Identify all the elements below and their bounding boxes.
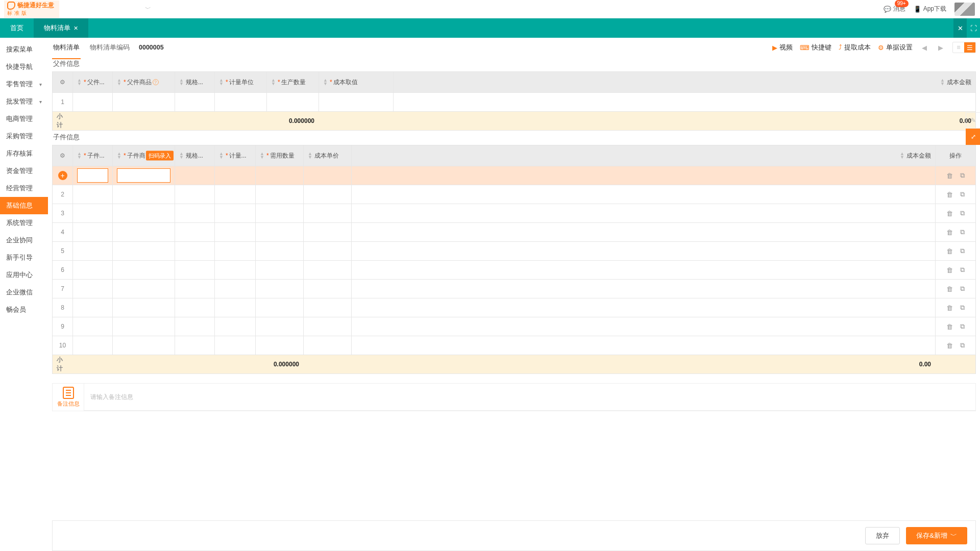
col-parent-spec[interactable]: ▲▼规格... bbox=[175, 72, 215, 92]
col-child-qty[interactable]: ▲▼*需用数量 bbox=[256, 145, 304, 166]
company-select[interactable]: ﹀ bbox=[63, 5, 151, 13]
scan-input-button[interactable]: 扫码录入 bbox=[146, 151, 174, 161]
child-row[interactable]: 9🗑⧉ bbox=[53, 317, 975, 336]
delete-icon[interactable]: 🗑 bbox=[946, 323, 953, 331]
sidebar-item-system[interactable]: 系统管理 bbox=[0, 214, 48, 232]
parent-row-1[interactable]: 1 bbox=[53, 93, 975, 112]
copy-icon[interactable]: ⧉ bbox=[960, 266, 965, 274]
sidebar-item-wechat[interactable]: 企业微信 bbox=[0, 284, 48, 301]
child-row[interactable]: 2🗑⧉ bbox=[53, 185, 975, 204]
view-list-icon[interactable]: ≡ bbox=[953, 42, 964, 53]
col-parent-amount[interactable]: ▲▼成本金额 bbox=[394, 72, 975, 92]
save-new-button[interactable]: 保存&新增﹀ bbox=[906, 527, 967, 544]
col-child-name[interactable]: ▲▼*子件商扫码录入 bbox=[113, 145, 175, 166]
child-row-1[interactable]: + 🗑⧉ bbox=[53, 166, 975, 185]
sidebar-item-guide[interactable]: 新手引导 bbox=[0, 249, 48, 266]
close-icon[interactable]: ✕ bbox=[74, 25, 78, 32]
sidebar-item-basicinfo[interactable]: 基础信息 bbox=[0, 197, 48, 214]
add-row-button[interactable]: + bbox=[58, 171, 67, 180]
child-row[interactable]: 4🗑⧉ bbox=[53, 223, 975, 242]
avatar[interactable] bbox=[954, 3, 975, 16]
messages-button[interactable]: 💬 消息 99+ bbox=[884, 5, 905, 13]
child-row[interactable]: 7🗑⧉ bbox=[53, 280, 975, 298]
child-row[interactable]: 6🗑⧉ bbox=[53, 261, 975, 280]
sidebar-item-wholesale[interactable]: 批发管理▾ bbox=[0, 93, 48, 110]
gear-icon[interactable]: ⚙ bbox=[60, 79, 65, 86]
sidebar-item-label: 电商管理 bbox=[6, 115, 33, 123]
sidebar-item-label: 零售管理 bbox=[6, 80, 33, 89]
view-form-icon[interactable]: ☰ bbox=[964, 42, 975, 53]
copy-icon[interactable]: ⧉ bbox=[960, 247, 965, 255]
sidebar-item-collab[interactable]: 企业协同 bbox=[0, 232, 48, 249]
child-name-input[interactable] bbox=[117, 168, 170, 183]
child-row[interactable]: 8🗑⧉ bbox=[53, 298, 975, 317]
expand-icon[interactable]: ⛶ bbox=[967, 18, 980, 38]
video-link[interactable]: ▶视频 bbox=[772, 43, 793, 52]
child-row[interactable]: 10🗑⧉ bbox=[53, 336, 975, 355]
col-child-spec[interactable]: ▲▼规格... bbox=[175, 145, 215, 166]
child-qty-subtotal: 0.000000 bbox=[256, 355, 304, 373]
sidebar-item-management[interactable]: 经营管理 bbox=[0, 180, 48, 197]
tab-bom[interactable]: 物料清单 ✕ bbox=[34, 18, 88, 38]
col-child-price[interactable]: ▲▼成本单价 bbox=[304, 145, 352, 166]
col-child-code[interactable]: ▲▼*子件... bbox=[73, 145, 113, 166]
row-index: 9 bbox=[53, 317, 73, 336]
child-code-input[interactable] bbox=[77, 168, 108, 183]
copy-icon[interactable]: ⧉ bbox=[960, 209, 965, 217]
child-subtotal-row: 小计 0.000000 0.00 bbox=[53, 355, 975, 374]
gear-icon[interactable]: ⚙ bbox=[60, 152, 65, 159]
copy-icon[interactable]: ⧉ bbox=[960, 190, 965, 198]
copy-icon[interactable]: ⧉ bbox=[960, 341, 965, 349]
sidebar-item-ecommerce[interactable]: 电商管理 bbox=[0, 110, 48, 128]
col-parent-qty[interactable]: ▲▼*生产数量 bbox=[267, 72, 319, 92]
delete-icon[interactable]: 🗑 bbox=[946, 247, 953, 255]
sidebar-item-label: 新手引导 bbox=[6, 254, 33, 262]
child-row[interactable]: 5🗑⧉ bbox=[53, 242, 975, 261]
sidebar-item-purchase[interactable]: 采购管理 bbox=[0, 128, 48, 145]
child-row[interactable]: 3🗑⧉ bbox=[53, 204, 975, 223]
copy-icon[interactable]: ⧉ bbox=[960, 228, 965, 236]
delete-icon[interactable]: 🗑 bbox=[946, 172, 953, 180]
remark-placeholder: 请输入备注信息 bbox=[90, 393, 133, 402]
tab-home[interactable]: 首页 bbox=[0, 18, 34, 38]
copy-icon[interactable]: ⧉ bbox=[960, 304, 965, 312]
hotkey-link[interactable]: ⌨快捷键 bbox=[800, 43, 831, 52]
phone-icon: 📱 bbox=[914, 6, 921, 13]
expand-dock-button[interactable]: ⤢ bbox=[966, 129, 980, 145]
sidebar-item-retail[interactable]: 零售管理▾ bbox=[0, 76, 48, 93]
delete-icon[interactable]: 🗑 bbox=[946, 304, 953, 312]
col-parent-unit[interactable]: ▲▼*计量单位 bbox=[215, 72, 267, 92]
sidebar-item-search[interactable]: 搜索菜单 bbox=[0, 41, 48, 58]
sidebar-item-apps[interactable]: 应用中心 bbox=[0, 266, 48, 284]
sidebar-item-inventory[interactable]: 库存核算 bbox=[0, 145, 48, 162]
delete-icon[interactable]: 🗑 bbox=[946, 342, 953, 349]
delete-icon[interactable]: 🗑 bbox=[946, 266, 953, 274]
sidebar-item-quicknav[interactable]: 快捷导航 bbox=[0, 58, 48, 76]
remark-input[interactable]: 请输入备注信息 bbox=[84, 384, 975, 411]
sidebar-item-funds[interactable]: 资金管理 bbox=[0, 162, 48, 180]
col-parent-name[interactable]: ▲▼*父件商品? bbox=[113, 72, 175, 92]
copy-icon[interactable]: ⧉ bbox=[960, 322, 965, 331]
col-child-unit[interactable]: ▲▼*计量... bbox=[215, 145, 256, 166]
delete-icon[interactable]: 🗑 bbox=[946, 191, 953, 198]
discard-button[interactable]: 放弃 bbox=[865, 527, 900, 544]
delete-icon[interactable]: 🗑 bbox=[946, 210, 953, 217]
next-button[interactable]: ▶ bbox=[936, 44, 945, 52]
info-icon[interactable]: ? bbox=[153, 79, 159, 85]
col-parent-costmode[interactable]: ▲▼*成本取值 bbox=[319, 72, 394, 92]
setting-link[interactable]: ⚙单据设置 bbox=[878, 43, 913, 52]
copy-icon[interactable]: ⧉ bbox=[960, 171, 965, 180]
copy-icon[interactable]: ⧉ bbox=[960, 285, 965, 293]
cost-link[interactable]: ⤴提取成本 bbox=[839, 43, 871, 52]
subtotal-label: 小计 bbox=[53, 112, 73, 130]
sidebar-item-member[interactable]: 畅会员 bbox=[0, 301, 48, 318]
delete-icon[interactable]: 🗑 bbox=[946, 285, 953, 293]
subtab-bom[interactable]: 物料清单 bbox=[52, 40, 81, 55]
delete-icon[interactable]: 🗑 bbox=[946, 229, 953, 236]
col-child-amount[interactable]: ▲▼成本金额 bbox=[352, 145, 936, 166]
app-download-button[interactable]: 📱 App下载 bbox=[914, 5, 946, 13]
col-parent-code[interactable]: ▲▼*父件... bbox=[73, 72, 113, 92]
prev-button[interactable]: ◀ bbox=[920, 44, 929, 52]
close-all-tabs-button[interactable]: ✕ bbox=[953, 18, 967, 38]
edit-dock-button[interactable]: ✎ bbox=[966, 112, 980, 129]
